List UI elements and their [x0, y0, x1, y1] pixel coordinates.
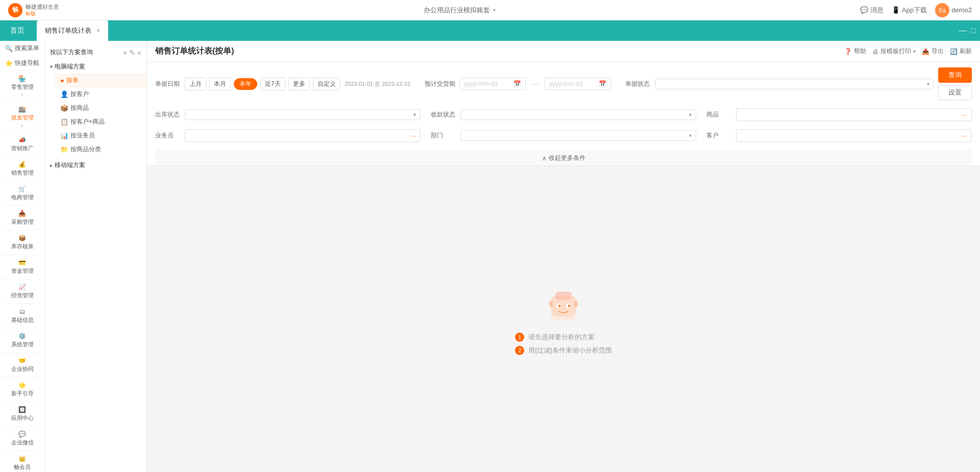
download-icon: 📱 [892, 6, 900, 14]
topbar-left: 畅 畅捷通好生意 标版 [8, 3, 59, 17]
apps-icon: 🔲 [18, 406, 26, 413]
print-template-btn[interactable]: 🖨 按模板打印 ▾ [872, 47, 916, 56]
workspace-label: 办公用品行业模拟账套 [424, 6, 490, 15]
quicknav-icon: ⭐ [5, 60, 13, 67]
sidebar-item-enterprise[interactable]: 🤝 企业协同 [0, 352, 44, 377]
date-btn-lastmonth[interactable]: 上月 [185, 78, 206, 90]
tab-home-label: 首页 [10, 26, 24, 35]
salesperson-input[interactable]: ··· [185, 129, 421, 142]
date-filter-label: 单据日期 [155, 80, 181, 88]
tree-item-by-goods[interactable]: 📦 按商品 [55, 101, 146, 115]
operation-icon: 📈 [18, 284, 26, 291]
wholesale-arrow-icon: ▴ [21, 123, 23, 128]
help-btn[interactable]: ❓ 帮助 [844, 47, 866, 56]
sidebar-item-finance[interactable]: 💳 资金管理 [0, 254, 44, 279]
add-scheme-btn[interactable]: + [123, 49, 127, 57]
payment-status-select[interactable]: ▾ [460, 109, 696, 120]
filter-row-3: 业务员 ··· 部门 ▾ 客户 ··· [155, 129, 972, 146]
sidebar-item-system[interactable]: ⚙️ 系统管理 [0, 328, 44, 352]
left-panel: 按以下方案查询 + ✎ « ▾ 电脑端方案 ● 按单 👤 按客户 [45, 41, 147, 472]
tab-close-icon[interactable]: × [96, 27, 100, 34]
expected-date-start-input[interactable]: yyyy-mm-dd 📅 [459, 78, 526, 90]
tree-section-pc[interactable]: ▾ 电脑端方案 [45, 60, 146, 74]
tab-sales-stat[interactable]: 销售订单统计表 × [37, 20, 108, 41]
print-label: 按模板打印 [880, 47, 911, 56]
by-customer-icon: 👤 [60, 90, 68, 98]
dept-label: 部门 [431, 131, 456, 140]
ship-status-arrow-icon: ▾ [413, 112, 416, 117]
salesperson-more-icon: ··· [410, 132, 416, 139]
sidebar-label-system: 系统管理 [11, 341, 34, 348]
sidebar-item-inventory[interactable]: 📦 库存核算 [0, 230, 44, 254]
export-btn[interactable]: 📤 导出 [922, 47, 944, 56]
by-cg-label: 按客户+商品 [70, 117, 105, 126]
dept-select[interactable]: ▾ [460, 130, 696, 141]
tab-window-actions: — □ [959, 26, 980, 35]
date-range-text: 2023-01-01 至 2023-12-31 [345, 80, 411, 88]
refresh-label: 刷新 [960, 47, 972, 56]
goods-input[interactable]: ··· [736, 108, 972, 121]
date-btn-custom[interactable]: 自定义 [313, 78, 340, 90]
expected-date-end-input[interactable]: yyyy-mm-dd 📅 [545, 78, 611, 90]
sidebar-item-apps[interactable]: 🔲 应用中心 [0, 402, 44, 426]
tree-item-by-order[interactable]: ● 按单 [55, 74, 146, 87]
tree-section-mobile[interactable]: ▸ 移动端方案 [45, 158, 146, 172]
sidebar-item-sales[interactable]: 💰 销售管理 [0, 156, 44, 181]
collapse-conditions-bar[interactable]: ∧ 收起更多条件 [155, 150, 972, 166]
page-header: 销售订单统计表(按单) ❓ 帮助 🖨 按模板打印 ▾ 📤 导出 [147, 41, 980, 62]
export-label: 导出 [932, 47, 944, 56]
search-menu-item[interactable]: 🔍 搜索菜单 [0, 41, 44, 56]
refresh-icon: 🔄 [950, 48, 958, 55]
tip1-text: 请先选择要分析的方案 [528, 333, 595, 342]
sidebar-label-wechat: 企业微信 [11, 439, 34, 446]
sidebar-item-operation[interactable]: 📈 经营管理 [0, 279, 44, 303]
date-btn-thisyear[interactable]: 本年 [234, 78, 257, 90]
tree-item-by-customer[interactable]: 👤 按客户 [55, 87, 146, 101]
sidebar-item-newbie[interactable]: 🌟 新手引导 [0, 377, 44, 402]
reset-btn[interactable]: 设置 [938, 85, 972, 100]
empty-tip-1: 1 请先选择要分析的方案 [515, 333, 611, 342]
user-menu[interactable]: Ea demo2 [935, 3, 972, 17]
message-btn[interactable]: 💬 消息 [860, 6, 884, 15]
date-btn-7days[interactable]: 近7天 [260, 78, 285, 90]
by-cat-label: 按商品分类 [70, 145, 101, 154]
ship-status-select[interactable]: ▾ [185, 109, 421, 120]
edit-scheme-btn[interactable]: ✎ [129, 49, 135, 57]
bill-status-arrow-icon: ▾ [927, 81, 929, 87]
date-btn-thismonth[interactable]: 本月 [209, 78, 231, 90]
svg-point-5 [558, 304, 561, 307]
sidebar-item-basic[interactable]: 🗂 基础信息 [0, 303, 44, 328]
sidebar-item-retail[interactable]: 🏪 零售管理 ▾ [0, 70, 44, 101]
customer-input[interactable]: ··· [736, 129, 972, 142]
dept-arrow-icon: ▾ [689, 133, 692, 138]
sidebar-label-newbie: 新手引导 [11, 390, 34, 397]
tree-item-by-salesperson[interactable]: 📊 按业务员 [55, 129, 146, 143]
sidebar-item-marketing[interactable]: 📣 营销推广 [0, 132, 44, 156]
sidebar-item-purchase[interactable]: 📥 采购管理 [0, 205, 44, 230]
collapse-panel-btn[interactable]: « [137, 49, 141, 57]
app-download-btn[interactable]: 📱 App下载 [892, 6, 927, 15]
date-btn-more[interactable]: 更多 [288, 78, 310, 90]
sidebar-item-ecom[interactable]: 🛒 电商管理 [0, 181, 44, 205]
tree-item-by-customer-goods[interactable]: 📋 按客户+商品 [55, 115, 146, 129]
sidebar-item-wechat[interactable]: 💬 企业微信 [0, 426, 44, 451]
window-maximize-btn[interactable]: □ [971, 26, 976, 35]
expected-date-label: 预计交货期 [425, 80, 455, 88]
filter-toolbar: 单据日期 上月 本月 本年 近7天 更多 自定义 2023-01-01 至 20… [147, 62, 980, 166]
salesperson-label: 业务员 [155, 131, 181, 140]
quick-nav-item[interactable]: ⭐ 快捷导航 [0, 56, 44, 70]
query-btn[interactable]: 查询 [938, 67, 972, 83]
by-goods-icon: 📦 [60, 104, 68, 112]
help-label: 帮助 [854, 47, 866, 56]
sidebar-item-member[interactable]: 👑 畅会员 [0, 451, 44, 472]
customer-label: 客户 [706, 131, 732, 140]
refresh-btn[interactable]: 🔄 刷新 [950, 47, 972, 56]
bill-status-select[interactable]: ▾ [655, 79, 934, 89]
topbar-right: 💬 消息 📱 App下载 Ea demo2 [860, 3, 972, 17]
window-minimize-btn[interactable]: — [959, 26, 967, 35]
tab-home[interactable]: 首页 [0, 20, 35, 41]
sidebar-item-wholesale[interactable]: 🏬 批发管理 ▴ [0, 101, 44, 132]
results-area: 1 请先选择要分析的方案 2 用[过滤]条件来缩小分析范围 [147, 166, 980, 472]
topbar-workspace[interactable]: 办公用品行业模拟账套 ▾ [424, 6, 496, 15]
tree-item-by-category[interactable]: 📁 按商品分类 [55, 143, 146, 156]
